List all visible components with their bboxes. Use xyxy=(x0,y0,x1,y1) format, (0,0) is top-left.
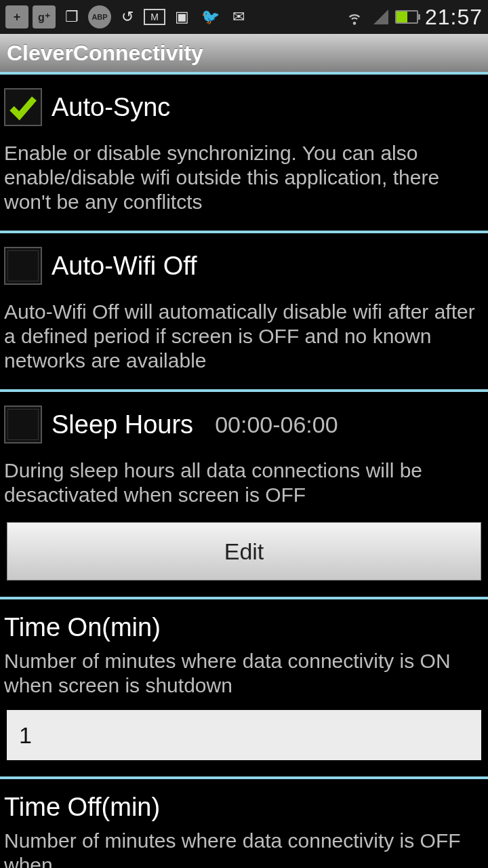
time-on-desc: Number of minutes where data connectivit… xyxy=(4,649,484,698)
sleep-hours-desc: During sleep hours all data connections … xyxy=(4,458,484,507)
gplus-icon: g⁺ xyxy=(33,5,56,28)
time-off-desc: Number of minutes where data connectivit… xyxy=(4,829,484,868)
cell-signal-icon xyxy=(373,9,388,24)
auto-sync-desc: Enable or disable synchronizing. You can… xyxy=(4,141,484,214)
wifi-icon xyxy=(342,5,367,29)
plus-icon: + xyxy=(5,5,28,28)
section-sleep-hours: Sleep Hours 00:00-06:00 During sleep hou… xyxy=(0,389,488,597)
sleep-hours-checkbox[interactable] xyxy=(4,406,42,443)
app-title: CleverConnectivity xyxy=(7,41,203,66)
app-title-bar: CleverConnectivity xyxy=(0,34,488,72)
section-auto-wifi: Auto-Wifi Off Auto-Wifi Off will automat… xyxy=(0,231,488,389)
auto-wifi-checkbox[interactable] xyxy=(4,247,42,285)
auto-wifi-desc: Auto-Wifi Off will automatically disable… xyxy=(4,300,484,373)
clock: 21:57 xyxy=(425,5,483,30)
edit-button[interactable]: Edit xyxy=(7,522,481,580)
auto-sync-label: Auto-Sync xyxy=(52,93,170,122)
check-icon xyxy=(8,92,38,122)
call-forward-icon: ↺ xyxy=(115,5,140,29)
section-auto-sync: Auto-Sync Enable or disable synchronizin… xyxy=(0,72,488,231)
status-notifications: + g⁺ ❐ ABP ↺ M ▣ 🐦 ✉ xyxy=(5,5,251,29)
auto-wifi-label: Auto-Wifi Off xyxy=(52,252,197,281)
time-on-title: Time On(min) xyxy=(4,613,484,642)
auto-sync-checkbox[interactable] xyxy=(4,88,42,126)
time-on-input[interactable] xyxy=(7,710,481,760)
status-system: 21:57 xyxy=(342,5,483,30)
twitter-icon: 🐦 xyxy=(198,5,222,29)
battery-icon xyxy=(395,10,418,24)
sleep-hours-value: 00:00-06:00 xyxy=(215,412,338,438)
sleep-hours-label: Sleep Hours xyxy=(52,410,193,439)
chat-icon: ❐ xyxy=(60,5,84,29)
abp-icon: ABP xyxy=(88,5,111,28)
section-time-on: Time On(min) Number of minutes where dat… xyxy=(0,597,488,776)
section-time-off: Time Off(min) Number of minutes where da… xyxy=(0,776,488,868)
mail-icon: ✉ xyxy=(226,5,251,29)
image-icon: ▣ xyxy=(169,5,194,29)
time-off-title: Time Off(min) xyxy=(4,793,484,822)
gmail-icon: M xyxy=(144,9,165,25)
status-bar: + g⁺ ❐ ABP ↺ M ▣ 🐦 ✉ 21:57 xyxy=(0,0,488,34)
